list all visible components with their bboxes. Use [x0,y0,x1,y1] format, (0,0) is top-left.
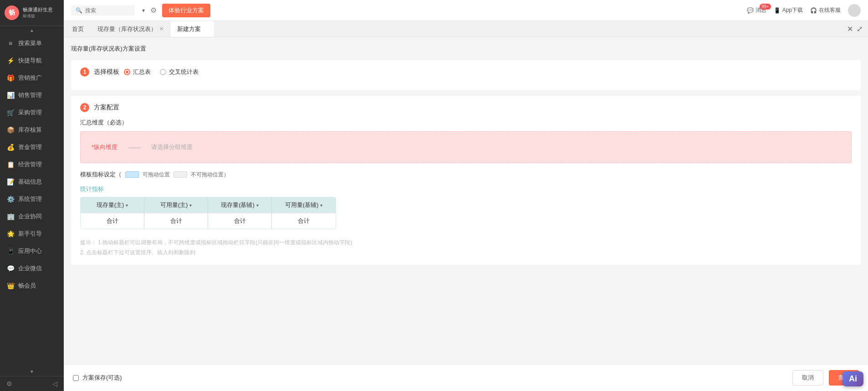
sidebar-item-wechat[interactable]: 💬 企业微信 [0,260,64,277]
stats-table-head: 现存量(主) ▾ 合计 可用量(主) ▾ 合计 [81,197,336,229]
msg-badge: 99+ [760,4,771,10]
sidebar-item-label: 快捷导航 [18,57,42,65]
col-available-aux-body: 合计 [272,213,336,229]
non-draggable-badge [174,171,187,178]
sidebar-item-purchase[interactable]: 🛒 采购管理 [0,104,64,121]
section1-num: 1 [80,67,89,77]
sidebar-item-finance[interactable]: 💰 资金管理 [0,139,64,156]
col-chevron-icon[interactable]: ▾ [320,203,322,208]
user-avatar[interactable] [848,4,861,17]
stats-section: 统计指标 现存量(主) ▾ 合计 可用量(主) [80,185,852,231]
settings-bottom-icon[interactable]: ⚙ [6,380,12,387]
search-input[interactable] [85,7,131,14]
window-controls: ✕ ⤢ [847,25,866,33]
expand-window-icon[interactable]: ⤢ [857,25,863,33]
cancel-button[interactable]: 取消 [792,370,823,386]
sidebar-item-label: 基础信息 [18,178,42,186]
sales-icon: 📊 [6,91,15,99]
tab-inventory-close-icon[interactable]: ✕ [159,26,163,32]
search-box: 🔍 [71,5,135,15]
radio-cross-label: 交叉统计表 [169,68,199,76]
radio-summary[interactable]: 汇总表 [124,68,151,76]
sidebar-item-app[interactable]: 📱 应用中心 [0,242,64,260]
tab-home-label: 首页 [72,25,84,33]
dim-separator: —— [128,144,140,151]
speaker-icon[interactable]: ◁ [52,380,57,387]
tab-new-close-icon[interactable]: ✕ [204,26,208,32]
basic-icon: 📝 [6,178,15,186]
sidebar-item-label: 资金管理 [18,143,42,151]
save-option[interactable]: 方案保存(可选) [73,374,122,382]
section2-num: 2 [80,103,89,112]
inventory-icon: 📦 [6,126,15,134]
section-template: 1 选择模板 汇总表 交叉统计表 [71,60,861,90]
sidebar-item-label: 应用中心 [18,247,42,255]
sidebar-item-operations[interactable]: 📋 经营管理 [0,156,64,173]
section-config: 2 方案配置 汇总维度（必选） *纵向维度 —— 请选择分组维度 模板指标设定（… [71,96,861,265]
topbar-settings-icon[interactable]: ⚙ [150,6,157,15]
tab-home[interactable]: 首页 [66,21,90,37]
sidebar-item-search-menu[interactable]: ≡ 搜索菜单 [0,35,64,52]
col-current-aux-head[interactable]: 现存量(基辅) ▾ [208,197,271,213]
sidebar-item-membership[interactable]: 👑 畅会员 [0,277,64,294]
app-label: App下载 [782,6,803,14]
trial-btn[interactable]: 体验行业方案 [162,4,210,17]
app-icon: 📱 [6,247,15,255]
close-window-icon[interactable]: ✕ [847,25,853,33]
sidebar-item-label: 企业协同 [18,212,42,221]
operations-icon: 📋 [6,160,15,169]
tip-1: 提示： 1.拖动标题栏可以调整布局，不可跨维度或指标区域拖动栏目字段(只能在同一… [80,238,852,248]
save-checkbox[interactable] [73,375,79,381]
sidebar-nav: ≡ 搜索菜单 ⚡ 快捷导航 🎁 营销推广 📊 销售管理 🛒 采购管理 📦 库存核… [0,35,64,367]
newbie-icon: 🌟 [6,230,15,238]
topbar: 🔍 ▾ ⚙ 体验行业方案 💬 消息 99+ 📱 App下载 🎧 在线客服 [64,0,868,21]
sidebar-item-inventory[interactable]: 📦 库存核算 [0,121,64,139]
tab-inventory-status[interactable]: 现存量（库存状况表） ✕ [91,21,170,37]
radio-cross[interactable]: 交叉统计表 [160,68,199,76]
radio-cross-dot [160,69,166,75]
search-menu-icon: ≡ [6,39,15,47]
col-chevron-icon[interactable]: ▾ [256,203,259,208]
ai-badge[interactable]: Ai [842,371,863,386]
indicator-label: 模板指标设定（ 可拖动位置 不可拖动位置） [80,170,852,179]
col-available-aux-head[interactable]: 可用量(基辅) ▾ [272,197,336,213]
membership-icon: 👑 [6,282,15,290]
col-current-aux-body: 合计 [208,213,271,229]
sidebar-scroll-up[interactable]: ▲ [0,26,64,35]
tab-new-plan[interactable]: 新建方案 ✕ [171,21,214,37]
dim-box[interactable]: *纵向维度 —— 请选择分组维度 [80,131,852,163]
col-current-main-head[interactable]: 现存量(主) ▾ [81,197,144,213]
sidebar-item-sales[interactable]: 📊 销售管理 [0,87,64,104]
finance-icon: 💰 [6,143,15,151]
sidebar-item-marketing[interactable]: 🎁 营销推广 [0,69,64,87]
tab-inventory-label: 现存量（库存状况表） [97,25,157,33]
topbar-right: 💬 消息 99+ 📱 App下载 🎧 在线客服 [747,4,861,17]
sidebar-item-quick-nav[interactable]: ⚡ 快捷导航 [0,52,64,69]
col-chevron-icon[interactable]: ▾ [189,203,192,208]
section1-header: 1 选择模板 汇总表 交叉统计表 [80,67,852,77]
dropdown-arrow-icon[interactable]: ▾ [142,7,145,14]
msg-button[interactable]: 💬 消息 99+ [747,6,766,14]
sidebar-item-enterprise[interactable]: 🏢 企业协同 [0,208,64,225]
tabbar: 首页 现存量（库存状况表） ✕ 新建方案 ✕ ✕ ⤢ [64,21,868,37]
sidebar: 畅 畅康通好生意 标准版 ▲ ≡ 搜索菜单 ⚡ 快捷导航 🎁 营销推广 📊 销售… [0,0,64,391]
stats-label: 统计指标 [80,185,852,193]
col-current-main-body: 合计 [81,213,144,229]
col-available-main-head[interactable]: 可用量(主) ▾ [144,197,208,213]
indicator-settings: 模板指标设定（ 可拖动位置 不可拖动位置） [80,170,852,179]
sidebar-item-label: 系统管理 [18,195,42,203]
sidebar-item-label: 营销推广 [18,74,42,82]
sidebar-item-sys[interactable]: ⚙️ 系统管理 [0,190,64,208]
sidebar-item-label: 经营管理 [18,160,42,169]
sidebar-scroll-down[interactable]: ▼ [0,367,64,376]
sidebar-item-basic[interactable]: 📝 基础信息 [0,173,64,190]
col-chevron-icon[interactable]: ▾ [126,203,128,208]
app-download-button[interactable]: 📱 App下载 [774,6,803,14]
sidebar-item-label: 销售管理 [18,91,42,99]
quick-nav-icon: ⚡ [6,57,15,65]
radio-summary-label: 汇总表 [133,68,151,76]
sidebar-item-newbie[interactable]: 🌟 新手引导 [0,225,64,242]
service-button[interactable]: 🎧 在线客服 [810,6,841,14]
save-label: 方案保存(可选) [82,374,122,382]
logo-badge: 标准版 [23,13,53,19]
